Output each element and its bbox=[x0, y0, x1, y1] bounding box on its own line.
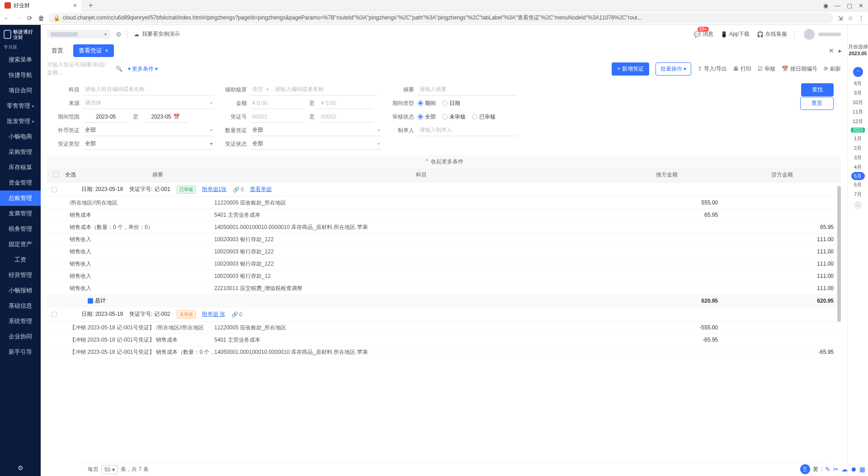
sidebar-item[interactable]: 采购管理 bbox=[0, 144, 41, 160]
messages-button[interactable]: 💬 消息 99+ bbox=[694, 30, 713, 38]
month-option[interactable]: 12月 bbox=[853, 117, 863, 126]
collapse-filters-button[interactable]: ⌃ 收起更多条件 bbox=[47, 155, 841, 168]
entry-row[interactable]: 销售收入10020003 银行存款_122111.00 bbox=[47, 246, 841, 258]
amount-to-input[interactable]: ¥ 0.00 bbox=[319, 97, 373, 109]
import-export-button[interactable]: ⇪导入/导出 bbox=[698, 65, 727, 73]
batch-action-dropdown[interactable]: 批量操作 ▾ bbox=[656, 62, 691, 76]
customer-service-button[interactable]: 🎧 在线客服 bbox=[757, 30, 787, 38]
user-seal-icon[interactable]: 王 bbox=[800, 464, 810, 474]
tray-grid-icon[interactable]: ▦ bbox=[859, 466, 865, 473]
entry-row[interactable]: 【冲销 2023-05-18 记-001号凭证】 销售成本5401 主营业务成本… bbox=[47, 334, 841, 346]
sidebar-item[interactable]: 批发管理 bbox=[0, 114, 41, 129]
month-option[interactable]: 9月 bbox=[853, 88, 863, 98]
scroll-up-icon[interactable]: ⌃ bbox=[853, 67, 863, 77]
org-selector[interactable]: ▾ bbox=[47, 30, 110, 38]
month-option[interactable]: 2月 bbox=[851, 143, 865, 153]
scroll-down-icon[interactable]: ⌄ bbox=[854, 201, 862, 209]
sidebar-item[interactable]: 总账管理 bbox=[0, 190, 41, 206]
audit-button[interactable]: ☑审核 bbox=[758, 65, 775, 73]
close-window-icon[interactable]: ✕ bbox=[859, 2, 863, 9]
tray-scissors-icon[interactable]: ✂ bbox=[833, 466, 839, 473]
close-icon[interactable]: × bbox=[105, 47, 108, 54]
month-option[interactable]: 6月 bbox=[851, 180, 865, 190]
qty-select[interactable]: 全部▾ bbox=[250, 124, 382, 136]
tray-cloud-icon[interactable]: ☁ bbox=[841, 466, 848, 473]
entry-row[interactable]: 【冲销 2023-05-18 记-001号凭证】 销售成本（数量：0 个，单价：… bbox=[47, 346, 841, 358]
vstatus-select[interactable]: 全部▾ bbox=[250, 138, 382, 150]
row-checkbox[interactable] bbox=[52, 312, 57, 317]
minimize-icon[interactable]: — bbox=[835, 2, 840, 9]
renumber-button[interactable]: 📅按日期编号 bbox=[782, 65, 817, 73]
menu-icon[interactable]: ⋮ bbox=[858, 14, 864, 22]
period-to-input[interactable]: 2023-05 📅 bbox=[143, 111, 188, 123]
back-icon[interactable]: ← bbox=[4, 14, 10, 22]
page-size-select[interactable]: 50 ▾ bbox=[101, 465, 118, 474]
tray-record-icon[interactable]: ⏺ bbox=[850, 466, 857, 473]
subject-input[interactable]: 请输入科目编码或者名称 bbox=[83, 84, 214, 95]
aux-type-select[interactable]: 类型▾ bbox=[250, 84, 270, 95]
vno-from-input[interactable]: 00001 bbox=[250, 111, 305, 123]
entry-row[interactable]: 销售成本5401 主营业务成本65.95 bbox=[47, 209, 841, 221]
sidebar-item[interactable]: 零售管理 bbox=[0, 98, 41, 114]
tab-home[interactable]: 首页 bbox=[46, 44, 69, 57]
month-option[interactable]: 4月 bbox=[851, 162, 865, 172]
ime-indicator[interactable]: 英 bbox=[813, 466, 818, 473]
radio-all[interactable]: 全部 bbox=[418, 113, 436, 121]
search-button[interactable]: 查找 bbox=[801, 83, 834, 96]
sidebar-item[interactable]: 小畅报销 bbox=[0, 283, 41, 298]
maker-input[interactable]: 请输入制单人 bbox=[418, 124, 517, 136]
search-icon[interactable]: 🔍 bbox=[116, 66, 123, 72]
sidebar-item[interactable]: 固定资产 bbox=[0, 237, 41, 252]
radio-period[interactable]: 期间 bbox=[418, 100, 436, 107]
entry-row[interactable]: /所在地区//所在地区11220005 应收账款_所在地区555.00 bbox=[47, 197, 841, 209]
install-icon[interactable]: ⇲ bbox=[838, 14, 843, 22]
month-option[interactable]: 8月 bbox=[853, 79, 863, 88]
new-tab-button[interactable]: + bbox=[85, 1, 96, 10]
org-settings-icon[interactable]: ⚙ bbox=[116, 31, 122, 38]
app-download-button[interactable]: 📱 App下载 bbox=[721, 30, 750, 38]
close-icon[interactable]: × bbox=[73, 2, 77, 9]
month-option[interactable]: 3月 bbox=[851, 153, 865, 162]
reload-icon[interactable]: ⟳ bbox=[27, 14, 33, 22]
tab-view-voucher[interactable]: 查看凭证× bbox=[73, 44, 114, 57]
entry-row[interactable]: 销售收入10020003 银行存款_12111.00 bbox=[47, 270, 841, 282]
sidebar-item[interactable]: 工资 bbox=[0, 252, 41, 267]
sidebar-item[interactable]: 小畅电商 bbox=[0, 129, 41, 144]
foreign-select[interactable]: 全部▾ bbox=[83, 124, 214, 136]
sidebar-item[interactable]: 资金管理 bbox=[0, 175, 41, 190]
sidebar-item[interactable]: 基础信息 bbox=[0, 298, 41, 314]
search-input[interactable]: 可输入凭证号/摘要/科目/金额... bbox=[47, 61, 110, 76]
tray-edit-icon[interactable]: ✎ bbox=[825, 466, 830, 473]
attachment-link[interactable]: 附单据1张 bbox=[202, 186, 227, 193]
sidebar-item[interactable]: 企业协同 bbox=[0, 329, 41, 344]
month-option[interactable]: 1月 bbox=[851, 134, 865, 143]
entry-row[interactable]: 销售成本（数量：0 个，单价：0）14050001.000100010.0000… bbox=[47, 221, 841, 233]
radio-unaudit[interactable]: 未审核 bbox=[442, 113, 466, 121]
record-icon[interactable]: ◉ bbox=[823, 2, 828, 9]
radio-audited[interactable]: 已审核 bbox=[472, 113, 495, 121]
aux-input[interactable]: 请输入编码或者名称 bbox=[273, 84, 377, 95]
amount-from-input[interactable]: ¥ 0.00 bbox=[250, 97, 305, 109]
browser-tab[interactable]: 好业财 × bbox=[0, 0, 81, 11]
star-icon[interactable]: ☆ bbox=[848, 14, 854, 22]
print-button[interactable]: 🖶打印 bbox=[733, 65, 751, 73]
settings-gear-icon[interactable]: ⚙ bbox=[0, 460, 41, 476]
month-option[interactable]: 10月 bbox=[853, 98, 863, 107]
refresh-button[interactable]: ⟳刷新 bbox=[824, 65, 841, 73]
select-all-checkbox[interactable] bbox=[53, 171, 59, 177]
row-checkbox[interactable] bbox=[52, 187, 57, 192]
reset-button[interactable]: 重置 bbox=[800, 97, 834, 110]
sidebar-item[interactable]: 新手引导 bbox=[0, 344, 41, 360]
maximize-icon[interactable]: ▢ bbox=[847, 2, 852, 9]
delete-icon[interactable]: 🗑 bbox=[38, 14, 44, 22]
summary-input[interactable]: 请输入摘要 bbox=[418, 84, 517, 95]
sidebar-item[interactable]: 项目合同 bbox=[0, 83, 41, 98]
view-bill-link[interactable]: 查看单据 bbox=[250, 186, 272, 193]
more-filters-toggle[interactable]: ▾ 更多条件 ▾ bbox=[128, 65, 158, 73]
scrollbar-thumb[interactable] bbox=[837, 186, 841, 322]
sidebar-item[interactable]: 经营管理 bbox=[0, 267, 41, 283]
expand-icon[interactable]: ▸ bbox=[839, 47, 842, 54]
sidebar-item[interactable]: 搜索菜单 bbox=[0, 52, 41, 67]
sidebar-item[interactable]: 税务管理 bbox=[0, 221, 41, 237]
entry-row[interactable]: 销售收入10020003 银行存款_122111.00 bbox=[47, 233, 841, 246]
